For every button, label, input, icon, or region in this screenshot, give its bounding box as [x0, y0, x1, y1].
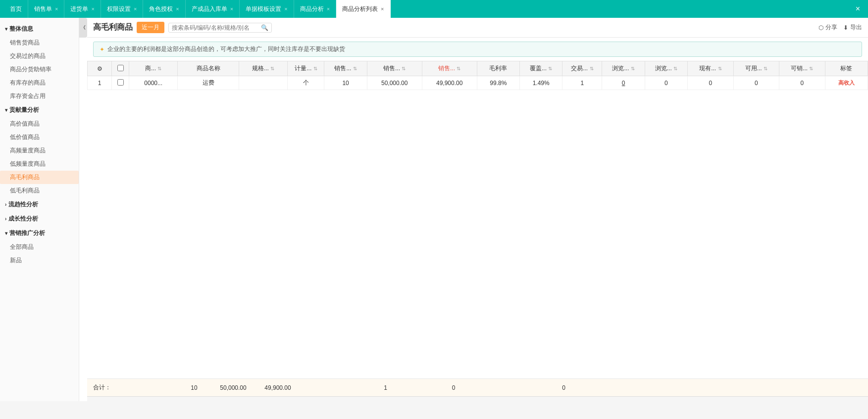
cell-check[interactable]	[112, 76, 129, 90]
main-layout: ▾ 整体信息 销售货商品 交易过的商品 商品分货助销率 有库存的商品 库存资金占…	[0, 18, 868, 401]
col-header-sales-profit[interactable]: 销售... ⇅	[422, 61, 477, 76]
chevron-down-icon: ▾	[5, 107, 7, 113]
sidebar-item-low-margin-goods[interactable]: 低毛利商品	[0, 184, 79, 197]
nav-tab-product-analysis-list[interactable]: 商品分析列表 ×	[336, 0, 390, 18]
cell-sales-profit: 49,900.00	[422, 76, 477, 90]
col-header-spec[interactable]: 规格... ⇅	[239, 61, 288, 76]
cell-browse1[interactable]: 0	[602, 76, 645, 90]
export-button[interactable]: ⬇ 导出	[843, 23, 862, 32]
col-header-cover-rate[interactable]: 覆盖... ⇅	[520, 61, 562, 76]
horizontal-scrollbar[interactable]	[87, 396, 868, 401]
export-icon: ⬇	[843, 24, 848, 31]
nav-tab-sales-order[interactable]: 销售单 ×	[28, 0, 64, 18]
footer-label: 合计：	[93, 383, 177, 392]
cell-cover-rate: 1.49%	[520, 76, 562, 90]
close-icon[interactable]: ×	[91, 6, 94, 12]
col-header-stock-sellable[interactable]: 可销... ⇅	[779, 61, 825, 76]
close-icon[interactable]: ×	[134, 6, 137, 12]
sort-icon[interactable]: ⇅	[313, 66, 317, 71]
select-all-checkbox[interactable]	[117, 65, 124, 71]
cell-stock-available: 0	[733, 76, 779, 90]
sort-icon[interactable]: ⇅	[673, 66, 677, 71]
col-header-code[interactable]: 商... ⇅	[129, 61, 178, 76]
col-header-browse2[interactable]: 浏览... ⇅	[645, 61, 687, 76]
sidebar-collapse-button[interactable]: 《	[79, 18, 87, 38]
sidebar-group-growth-analysis[interactable]: › 成长性分析	[0, 212, 79, 226]
sort-icon[interactable]: ⇅	[764, 66, 767, 71]
nav-tab-template-settings[interactable]: 单据模板设置 ×	[240, 0, 294, 18]
sidebar-group-treasure-analysis[interactable]: ▾ 贡献量分析	[0, 103, 79, 117]
close-icon[interactable]: ×	[176, 6, 179, 12]
search-icon[interactable]: 🔍	[261, 24, 268, 31]
close-icon[interactable]: ×	[55, 6, 58, 12]
chevron-right-icon: ›	[5, 202, 6, 207]
col-header-unit[interactable]: 计量... ⇅	[288, 61, 324, 76]
sidebar-item-high-freq-goods[interactable]: 高频量度商品	[0, 144, 79, 157]
col-header-browse1[interactable]: 浏览... ⇅	[602, 61, 645, 76]
chevron-down-icon: ▾	[5, 231, 7, 236]
close-icon[interactable]: ×	[327, 6, 330, 12]
col-header-seq[interactable]: ⚙	[88, 61, 112, 76]
sort-icon[interactable]: ⇅	[631, 66, 635, 71]
header-actions: ⬡ 分享 ⬇ 导出	[818, 23, 862, 32]
cell-code: 0000...	[129, 76, 178, 90]
footer-bar: 合计： 10 50,000.00 49,900.00 1 0 0	[87, 378, 868, 396]
nav-tab-role-permission[interactable]: 角色授权 ×	[143, 0, 185, 18]
filter-button[interactable]: 近一月	[137, 22, 164, 33]
sort-icon[interactable]: ⇅	[270, 66, 274, 71]
nav-tab-home[interactable]: 首页	[4, 0, 28, 18]
sidebar-item-stock-capital[interactable]: 库存资金占用	[0, 90, 79, 103]
sidebar-group-trend-analysis[interactable]: › 流趋性分析	[0, 197, 79, 212]
cell-sales-amt: 50,000.00	[367, 76, 422, 90]
col-header-sales-amt[interactable]: 销售... ⇅	[367, 61, 422, 76]
col-header-name[interactable]: 商品名称	[178, 61, 239, 76]
close-icon[interactable]: ×	[284, 6, 287, 12]
sidebar-item-low-value-goods[interactable]: 低价值商品	[0, 131, 79, 144]
table-body: 1 0000... 运费 个 10 50,000.00 49,900.00 99…	[88, 76, 868, 90]
col-header-check[interactable]	[112, 61, 129, 76]
footer-browse2: 0	[436, 384, 471, 391]
sidebar-group-overall-info[interactable]: ▾ 整体信息	[0, 22, 79, 36]
sort-icon[interactable]: ⇅	[402, 66, 406, 71]
col-header-margin-rate[interactable]: 毛利率	[477, 61, 519, 76]
info-icon: ✦	[100, 46, 104, 53]
sidebar-item-traded-goods[interactable]: 交易过的商品	[0, 49, 79, 63]
col-header-sales-qty[interactable]: 销售... ⇅	[324, 61, 367, 76]
col-header-stock-available[interactable]: 可用... ⇅	[733, 61, 779, 76]
close-icon[interactable]: ×	[381, 6, 384, 12]
search-box: 🔍	[168, 23, 272, 33]
sidebar-item-stocked-goods[interactable]: 有库存的商品	[0, 76, 79, 90]
search-input[interactable]	[172, 24, 261, 31]
nav-tab-permission-settings[interactable]: 权限设置 ×	[101, 0, 143, 18]
settings-icon[interactable]: ⚙	[97, 65, 102, 72]
nav-tab-product-analysis[interactable]: 商品分析 ×	[294, 0, 336, 18]
sidebar-item-sales-goods[interactable]: 销售货商品	[0, 36, 79, 49]
sidebar-item-goods-analysis-rate[interactable]: 商品分货助销率	[0, 63, 79, 76]
cell-tag: 高收入	[825, 76, 868, 90]
sort-icon[interactable]: ⇅	[457, 66, 460, 71]
sort-icon[interactable]: ⇅	[353, 66, 357, 71]
sort-icon[interactable]: ⇅	[590, 66, 594, 71]
sort-icon[interactable]: ⇅	[548, 66, 552, 71]
sidebar-item-high-value-goods[interactable]: 高价值商品	[0, 117, 79, 131]
sort-icon[interactable]: ⇅	[809, 66, 813, 71]
sort-icon[interactable]: ⇅	[157, 66, 161, 71]
row-checkbox[interactable]	[117, 79, 124, 86]
content-area: 高毛利商品 近一月 🔍 ⬡ 分享 ⬇ 导出 ✦ 企业的主要的利润都是这部分商品创…	[87, 18, 868, 401]
nav-tab-product-entry[interactable]: 产成品入库单 ×	[186, 0, 240, 18]
sidebar-item-all-goods[interactable]: 全部商品	[0, 240, 79, 254]
close-icon[interactable]: ×	[230, 6, 233, 12]
share-button[interactable]: ⬡ 分享	[818, 23, 837, 32]
sidebar-group-marketing-analysis[interactable]: ▾ 营销推广分析	[0, 226, 79, 240]
chevron-left-icon: 《	[81, 24, 86, 31]
col-header-tag[interactable]: 标签	[825, 61, 868, 76]
sidebar-item-new-goods[interactable]: 新品	[0, 254, 79, 267]
sidebar-item-low-freq-goods[interactable]: 低频量度商品	[0, 157, 79, 171]
col-header-trade-count[interactable]: 交易... ⇅	[562, 61, 602, 76]
close-all-button[interactable]: ×	[852, 4, 864, 13]
sidebar-item-high-margin-goods[interactable]: 高毛利商品	[0, 171, 79, 184]
top-navigation: 首页 销售单 × 进货单 × 权限设置 × 角色授权 × 产成品入库单 × 单据…	[0, 0, 868, 18]
sort-icon[interactable]: ⇅	[718, 66, 722, 71]
col-header-stock-current[interactable]: 现有... ⇅	[688, 61, 733, 76]
nav-tab-import-order[interactable]: 进货单 ×	[64, 0, 101, 18]
